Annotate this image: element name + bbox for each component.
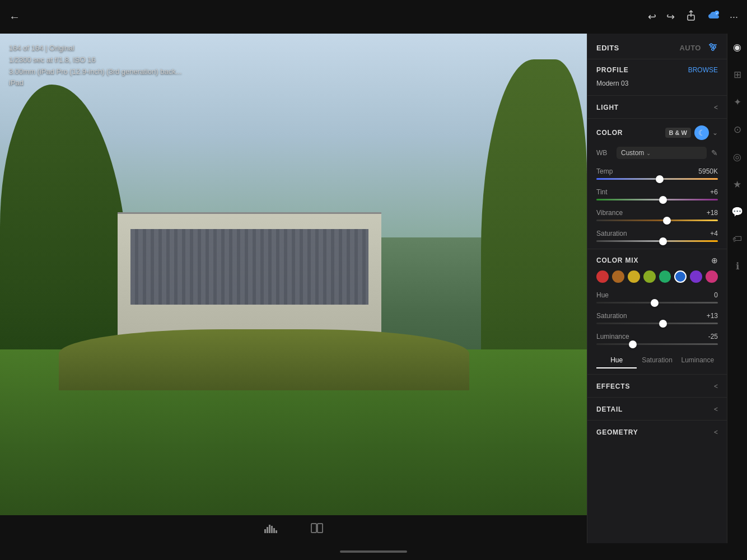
svg-point-16	[712, 48, 714, 50]
wb-chevron-icon: ⌄	[646, 150, 651, 156]
main-area: 164 of 164 | Original 1/2300 sec at f/1.…	[0, 34, 747, 543]
color-swatch-4[interactable]	[659, 270, 671, 283]
photo-area: 164 of 164 | Original 1/2300 sec at f/1.…	[0, 34, 587, 543]
slider-row-saturation: Saturation +4	[587, 227, 727, 248]
slider-track-tint[interactable]	[596, 199, 718, 200]
wb-row: WB Custom ⌄ ✎	[587, 144, 727, 165]
hue-tab[interactable]: Hue	[596, 353, 637, 368]
cm-slider-name: Luminance	[596, 333, 629, 340]
comment-icon[interactable]: 💬	[729, 204, 745, 220]
wb-value: Custom	[621, 149, 644, 157]
color-controls: B & W ☾ ⌄	[665, 125, 718, 140]
moon-button[interactable]: ☾	[694, 125, 709, 140]
top-bar-left: ←	[9, 11, 20, 24]
slider-track-saturation[interactable]	[596, 240, 718, 242]
color-swatch-0[interactable]	[596, 270, 609, 283]
cm-slider-value: 0	[714, 291, 718, 299]
tag-icon[interactable]: 🏷	[730, 231, 744, 247]
auto-button[interactable]: AUTO	[679, 41, 701, 54]
edits-tab[interactable]: EDITS	[596, 41, 619, 54]
svg-rect-9	[311, 524, 316, 533]
undo-button[interactable]: ↩	[648, 11, 656, 23]
detail-section[interactable]: DETAIL <	[587, 399, 727, 419]
color-swatch-6[interactable]	[690, 270, 702, 283]
color-swatch-7[interactable]	[706, 270, 718, 283]
slider-name-vibrance: Vibrance	[596, 209, 623, 217]
profile-label: PROFILE	[596, 66, 629, 74]
cloud-sync-button[interactable]: ✓	[707, 10, 720, 25]
cm-slider-thumb[interactable]	[629, 340, 637, 348]
svg-rect-4	[267, 527, 268, 533]
slider-thumb-vibrance[interactable]	[663, 217, 671, 225]
saturation-tab[interactable]: Saturation	[637, 353, 677, 368]
slider-thumb-temp[interactable]	[656, 175, 664, 183]
slider-thumb-saturation[interactable]	[659, 237, 667, 245]
effects-arrow: <	[714, 382, 718, 390]
color-mix-slider-hue: Hue 0	[587, 288, 727, 309]
cm-slider-name: Hue	[596, 291, 609, 299]
color-swatch-1[interactable]	[612, 270, 624, 283]
slider-name-temp: Temp	[596, 167, 613, 175]
hsl-tabs: Hue Saturation Luminance	[587, 351, 727, 373]
cm-slider-name: Saturation	[596, 312, 627, 320]
color-chevron[interactable]: ⌄	[712, 129, 718, 137]
cm-slider-track[interactable]	[596, 343, 718, 345]
filters-icon[interactable]: ◉	[731, 39, 744, 55]
svg-rect-3	[264, 529, 266, 533]
slider-value-vibrance: +18	[707, 209, 718, 217]
crop-icon[interactable]: ⊞	[731, 67, 744, 83]
cm-slider-track[interactable]	[596, 302, 718, 304]
geometry-section[interactable]: GEOMETRY <	[587, 422, 727, 442]
color-label: COLOR	[596, 129, 623, 137]
redeye-icon[interactable]: ◎	[731, 149, 744, 165]
healing-icon[interactable]: ✦	[731, 94, 744, 110]
color-mix-label: COLOR MIX	[596, 256, 638, 264]
color-section-header: COLOR B & W ☾ ⌄	[587, 120, 727, 144]
right-panel: EDITS AUTO PROFILE BROWSE Modern 03	[587, 34, 727, 543]
cm-slider-value: -25	[708, 333, 718, 340]
slider-value-saturation: +4	[710, 230, 718, 237]
color-swatch-2[interactable]	[628, 270, 640, 283]
light-label: LIGHT	[596, 104, 619, 111]
photo-image	[0, 34, 587, 543]
slider-name-tint: Tint	[596, 188, 608, 196]
info-icon[interactable]: ℹ	[734, 258, 741, 274]
slider-thumb-tint[interactable]	[659, 196, 667, 204]
back-button[interactable]: ←	[9, 11, 20, 24]
svg-point-14	[710, 44, 712, 46]
color-swatch-5[interactable]	[674, 270, 687, 283]
color-mix-add-icon[interactable]: ⊕	[711, 256, 718, 265]
more-button[interactable]: ···	[730, 11, 738, 23]
light-section[interactable]: LIGHT <	[587, 97, 727, 117]
svg-rect-10	[318, 524, 323, 533]
profile-section-header: PROFILE BROWSE	[587, 59, 727, 80]
slider-track-temp[interactable]	[596, 178, 718, 180]
effects-section[interactable]: EFFECTS <	[587, 376, 727, 396]
slider-track-vibrance[interactable]	[596, 220, 718, 221]
sidebar-icons: ◉⊞✦⊙◎★💬🏷ℹ	[727, 34, 747, 543]
share-button[interactable]	[685, 10, 697, 25]
panel-tabs: EDITS AUTO	[587, 34, 727, 59]
profile-value: Modern 03	[596, 80, 628, 87]
svg-point-15	[713, 46, 716, 48]
wb-label: WB	[596, 149, 612, 157]
browse-button[interactable]: BROWSE	[688, 66, 718, 74]
luminance-tab[interactable]: Luminance	[678, 353, 718, 368]
color-mix-slider-saturation: Saturation +13	[587, 309, 727, 330]
star-icon[interactable]: ★	[731, 176, 744, 193]
cm-slider-track[interactable]	[596, 323, 718, 324]
mask-icon[interactable]: ⊙	[731, 122, 744, 138]
wb-select[interactable]: Custom ⌄	[617, 147, 707, 159]
filter-icon[interactable]	[708, 42, 718, 54]
geometry-arrow: <	[714, 428, 718, 436]
detail-arrow: <	[714, 405, 718, 413]
cm-slider-thumb[interactable]	[659, 320, 667, 328]
compare-button[interactable]	[311, 522, 323, 536]
wb-edit-icon[interactable]: ✎	[711, 148, 718, 157]
cm-slider-thumb[interactable]	[651, 299, 659, 307]
color-mix-sliders: Hue 0 Saturation +13 Luminance -25	[587, 288, 727, 351]
bw-badge[interactable]: B & W	[665, 128, 691, 138]
color-swatch-3[interactable]	[643, 270, 656, 283]
redo-button[interactable]: ↪	[666, 11, 675, 23]
histogram-button[interactable]	[264, 522, 277, 536]
